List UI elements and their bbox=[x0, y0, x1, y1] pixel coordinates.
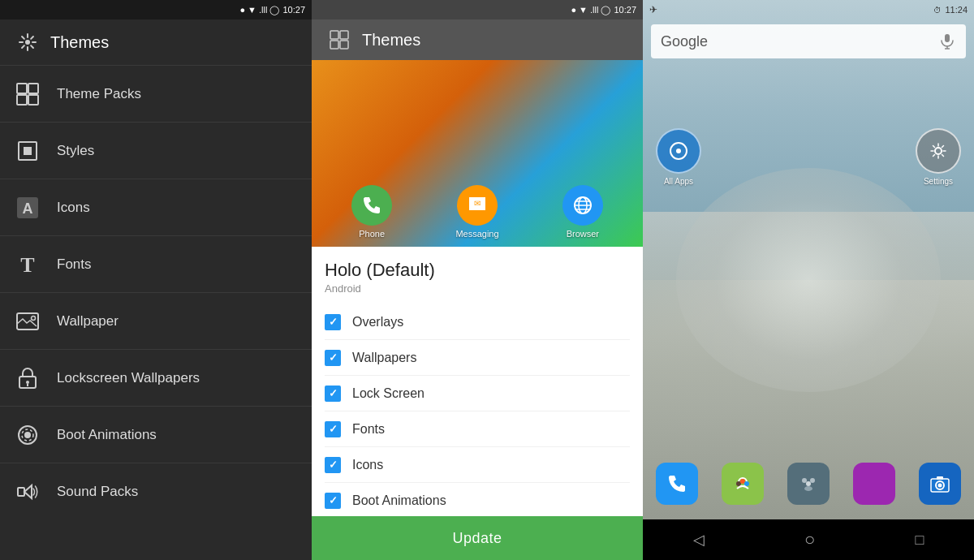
theme-info: Holo (Default) Android bbox=[312, 247, 643, 301]
checkbox-boot-label: Boot Animations bbox=[352, 493, 446, 508]
dock-gallery[interactable] bbox=[853, 463, 895, 505]
dock-camera[interactable] bbox=[919, 463, 961, 505]
checkbox-fonts[interactable]: ✓ Fonts bbox=[325, 411, 630, 447]
menu-item-icons[interactable]: A Icons bbox=[0, 179, 312, 235]
dock-apps[interactable] bbox=[787, 463, 830, 505]
recent-button[interactable]: □ bbox=[915, 532, 924, 549]
svg-point-39 bbox=[802, 478, 807, 483]
checkbox-boot-animations[interactable]: ✓ Boot Animations bbox=[325, 483, 630, 516]
home-time: 11:24 bbox=[945, 5, 968, 15]
checkbox-wallpapers-box[interactable]: ✓ bbox=[325, 350, 341, 366]
preview-browser-label: Browser bbox=[567, 229, 599, 239]
svg-rect-29 bbox=[945, 34, 950, 42]
svg-point-36 bbox=[736, 481, 741, 486]
all-apps-widget[interactable]: All Apps bbox=[656, 128, 701, 186]
home-status-right: ⏱ 11:24 bbox=[933, 5, 968, 15]
checkmark: ✓ bbox=[329, 317, 338, 327]
preview-icons-row: Phone ✉ Messaging bbox=[312, 177, 643, 247]
sound-packs-label: Sound Packs bbox=[57, 484, 138, 500]
checkbox-boot-box[interactable]: ✓ bbox=[325, 493, 341, 509]
update-button[interactable]: Update bbox=[312, 516, 643, 560]
themes-header-icon bbox=[13, 28, 42, 57]
svg-point-40 bbox=[806, 481, 811, 486]
status-bar-left: ● ▼ .lll ◯ 10:27 bbox=[0, 0, 312, 19]
theme-preview: Phone ✉ Messaging bbox=[312, 60, 643, 247]
checkbox-icons[interactable]: ✓ Icons bbox=[325, 447, 630, 483]
dock-messaging[interactable] bbox=[722, 463, 764, 505]
preview-browser: Browser bbox=[562, 185, 603, 239]
svg-point-33 bbox=[676, 149, 681, 153]
dock-gallery-icon bbox=[853, 463, 895, 505]
icons-icon: A bbox=[13, 193, 42, 222]
svg-rect-20 bbox=[340, 31, 348, 39]
checkbox-lockscreen[interactable]: ✓ Lock Screen bbox=[325, 376, 630, 411]
home-button[interactable]: ○ bbox=[804, 529, 815, 550]
checkbox-overlays[interactable]: ✓ Overlays bbox=[325, 304, 630, 340]
sound-packs-icon bbox=[13, 477, 42, 506]
checkbox-wallpapers[interactable]: ✓ Wallpapers bbox=[325, 340, 630, 376]
svg-point-13 bbox=[26, 381, 29, 384]
svg-text:✉: ✉ bbox=[474, 199, 481, 208]
wallpaper-label: Wallpaper bbox=[57, 313, 119, 330]
dock-phone-icon bbox=[656, 463, 698, 505]
menu-item-theme-packs[interactable]: Theme Packs bbox=[0, 65, 312, 122]
settings-label: Settings bbox=[924, 177, 953, 186]
panel2-header: Themes bbox=[312, 19, 643, 60]
dock-messaging-icon bbox=[722, 463, 764, 505]
theme-packs-icon bbox=[13, 80, 42, 109]
status-bar-middle: ● ▼ .lll ◯ 10:27 bbox=[312, 0, 643, 19]
settings-widget[interactable]: Settings bbox=[916, 128, 961, 186]
svg-rect-3 bbox=[17, 95, 27, 105]
checkbox-overlays-box[interactable]: ✓ bbox=[325, 314, 341, 330]
lockscreen-label: Lockscreen Wallpapers bbox=[57, 370, 200, 386]
checkmark: ✓ bbox=[329, 424, 338, 434]
left-panel: ● ▼ .lll ◯ 10:27 Themes Theme Packs bbox=[0, 0, 312, 560]
checkmark: ✓ bbox=[329, 388, 338, 398]
menu-item-wallpaper[interactable]: Wallpaper bbox=[0, 292, 312, 349]
menu-item-fonts[interactable]: T Fonts bbox=[0, 235, 312, 292]
menu-item-boot-animations[interactable]: Boot Animations bbox=[0, 406, 312, 463]
boot-animations-icon bbox=[13, 420, 42, 450]
back-button[interactable]: ◁ bbox=[693, 531, 705, 549]
svg-rect-4 bbox=[28, 95, 38, 105]
theme-name: Holo (Default) bbox=[325, 260, 630, 281]
phone-icon-circle bbox=[351, 185, 392, 226]
icons-label: Icons bbox=[57, 200, 90, 216]
checkbox-icons-box[interactable]: ✓ bbox=[325, 457, 341, 473]
widget-area: All Apps Settings bbox=[643, 122, 974, 192]
menu-item-styles[interactable]: Styles bbox=[0, 122, 312, 179]
theme-author: Android bbox=[325, 282, 630, 295]
svg-point-42 bbox=[804, 486, 812, 491]
google-text: Google bbox=[661, 33, 708, 50]
svg-point-0 bbox=[25, 40, 30, 45]
menu-item-lockscreen[interactable]: Lockscreen Wallpapers bbox=[0, 349, 312, 406]
checkbox-lockscreen-box[interactable]: ✓ bbox=[325, 386, 341, 402]
boot-animations-label: Boot Animations bbox=[57, 427, 157, 443]
svg-point-41 bbox=[810, 478, 815, 483]
fonts-icon: T bbox=[13, 250, 42, 279]
panel2-header-icon bbox=[325, 25, 354, 54]
google-search-bar[interactable]: Google bbox=[651, 24, 966, 58]
right-panel: ✈ ⏱ 11:24 Google All Apps bbox=[643, 0, 974, 560]
lockscreen-icon bbox=[13, 364, 42, 393]
theme-packs-label: Theme Packs bbox=[57, 86, 141, 102]
checkmark: ✓ bbox=[329, 459, 338, 470]
panel1-title: Themes bbox=[50, 33, 109, 52]
messaging-icon-circle: ✉ bbox=[457, 185, 498, 226]
menu-item-sound-packs[interactable]: Sound Packs bbox=[0, 463, 312, 519]
svg-text:T: T bbox=[20, 253, 34, 277]
update-button-label: Update bbox=[452, 530, 502, 547]
svg-rect-6 bbox=[24, 147, 32, 155]
checkbox-fonts-box[interactable]: ✓ bbox=[325, 421, 341, 437]
status-icons-left: ● ▼ .lll ◯ bbox=[239, 5, 279, 15]
checkbox-list: ✓ Overlays ✓ Wallpapers ✓ Lock Screen ✓ … bbox=[312, 301, 643, 516]
svg-point-37 bbox=[740, 479, 745, 484]
svg-rect-21 bbox=[330, 41, 338, 49]
checkbox-icons-label: Icons bbox=[352, 458, 383, 472]
mic-icon[interactable] bbox=[938, 32, 956, 50]
fonts-label: Fonts bbox=[57, 256, 92, 273]
wallpaper-icon bbox=[13, 307, 42, 336]
settings-circle bbox=[916, 128, 961, 174]
svg-point-46 bbox=[938, 484, 942, 488]
dock-phone[interactable] bbox=[656, 463, 698, 505]
